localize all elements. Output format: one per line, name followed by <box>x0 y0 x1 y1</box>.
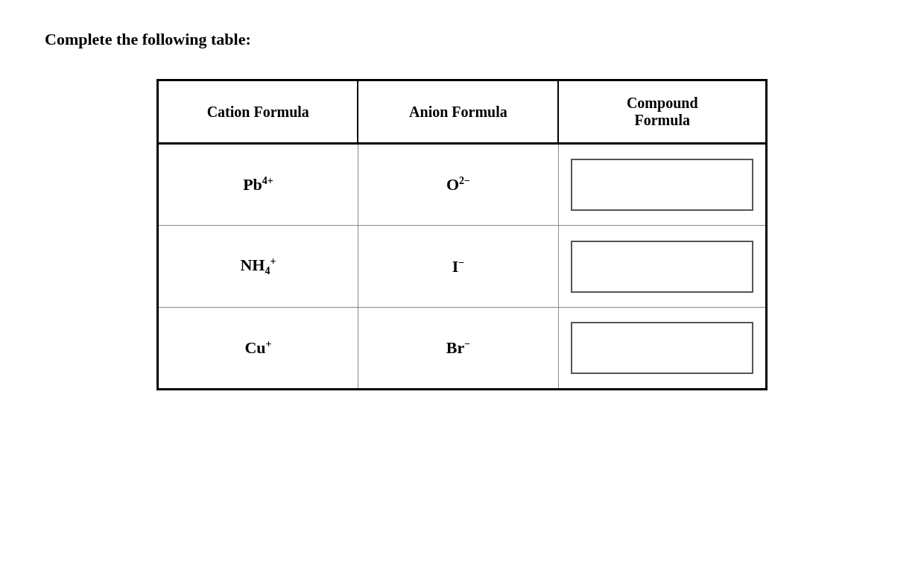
cation-value-1: Pb4+ <box>243 175 273 194</box>
answer-box-3[interactable] <box>571 322 753 374</box>
cation-value-3: Cu+ <box>244 338 271 357</box>
anion-sup-3: − <box>464 338 470 349</box>
header-cation: Cation Formula <box>158 80 358 144</box>
page-instruction: Complete the following table: <box>45 30 879 49</box>
anion-cell-1: O2− <box>358 144 558 226</box>
compound-cell-3 <box>558 308 766 390</box>
cation-cell-3: Cu+ <box>158 308 358 390</box>
compound-cell-1 <box>558 144 766 226</box>
anion-value-2: I− <box>452 257 465 276</box>
header-compound: CompoundFormula <box>558 80 766 144</box>
cation-sup-2: + <box>270 256 276 267</box>
anion-sup-2: − <box>458 256 464 267</box>
chemistry-table: Cation Formula Anion Formula CompoundFor… <box>156 79 768 390</box>
table-row: Cu+ Br− <box>158 308 767 390</box>
anion-value-3: Br− <box>446 338 470 357</box>
anion-value-1: O2− <box>446 175 470 194</box>
cation-value-2: NH4+ <box>240 256 276 274</box>
answer-box-2[interactable] <box>571 241 753 293</box>
anion-sup-1: 2− <box>459 175 470 186</box>
table-row: Pb4+ O2− <box>158 144 767 226</box>
answer-box-1[interactable] <box>571 159 753 211</box>
table-container: Cation Formula Anion Formula CompoundFor… <box>45 79 879 390</box>
anion-cell-3: Br− <box>358 308 558 390</box>
cation-cell-2: NH4+ <box>158 226 358 308</box>
table-header-row: Cation Formula Anion Formula CompoundFor… <box>158 80 767 144</box>
cation-sup-1: 4+ <box>262 175 273 186</box>
cation-sub-2: 4 <box>265 265 270 276</box>
anion-cell-2: I− <box>358 226 558 308</box>
compound-cell-2 <box>558 226 766 308</box>
cation-sup-3: + <box>266 338 272 349</box>
cation-cell-1: Pb4+ <box>158 144 358 226</box>
table-row: NH4+ I− <box>158 226 767 308</box>
header-anion: Anion Formula <box>358 80 558 144</box>
